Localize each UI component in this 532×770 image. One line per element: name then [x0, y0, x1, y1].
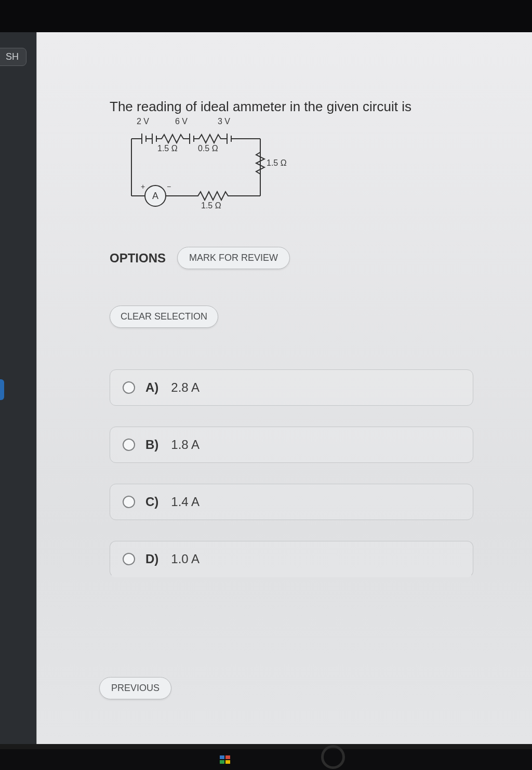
- radio-icon: [123, 496, 135, 508]
- window-top-strip: [0, 0, 532, 32]
- question-content: The reading of ideal ammeter in the give…: [110, 99, 473, 577]
- label-r-bottom: 1.5 Ω: [201, 201, 221, 210]
- magnifier-icon[interactable]: [321, 745, 345, 769]
- options-heading: OPTIONS: [110, 251, 166, 265]
- mark-for-review-button[interactable]: MARK FOR REVIEW: [177, 247, 290, 269]
- answer-list: A) 2.8 A B) 1.8 A C) 1.4 A D) 1.0 A: [110, 369, 473, 577]
- app-left-sidebar: [0, 32, 36, 744]
- taskbar-window-icon[interactable]: [218, 752, 233, 767]
- answer-key: A): [145, 380, 158, 395]
- answer-value: 2.8 A: [171, 380, 200, 395]
- ammeter-label: A: [152, 191, 158, 202]
- svg-rect-4: [225, 760, 230, 764]
- question-text: The reading of ideal ammeter in the give…: [110, 99, 473, 115]
- answer-value: 1.4 A: [171, 495, 200, 509]
- label-v3: 3 V: [218, 117, 230, 126]
- sidebar-accent-tab: [0, 379, 4, 400]
- answer-key: D): [145, 552, 158, 566]
- clear-selection-button[interactable]: CLEAR SELECTION: [110, 306, 218, 328]
- os-taskbar: [0, 749, 532, 770]
- previous-button[interactable]: PREVIOUS: [99, 677, 171, 699]
- label-r-top-right: 0.5 Ω: [198, 144, 218, 153]
- answer-option-b[interactable]: B) 1.8 A: [110, 427, 473, 463]
- svg-rect-2: [225, 755, 230, 759]
- answer-key: C): [145, 495, 158, 509]
- answer-value: 1.8 A: [171, 437, 200, 452]
- sidebar-chip-sh[interactable]: SH: [0, 48, 26, 66]
- answer-value: 1.0 A: [171, 552, 200, 566]
- answer-option-c[interactable]: C) 1.4 A: [110, 484, 473, 520]
- radio-icon: [123, 439, 135, 451]
- circuit-diagram: 2 V 6 V 3 V 1.5 Ω 0.5 Ω 1.5 Ω 1.5 Ω + − …: [125, 118, 291, 217]
- svg-rect-1: [220, 755, 224, 759]
- ammeter-minus: −: [167, 182, 171, 191]
- label-v1: 2 V: [137, 117, 149, 126]
- answer-option-d[interactable]: D) 1.0 A: [110, 541, 473, 577]
- ammeter-plus: +: [141, 182, 145, 191]
- svg-rect-3: [220, 760, 224, 764]
- label-r-right: 1.5 Ω: [267, 158, 287, 168]
- answer-option-a[interactable]: A) 2.8 A: [110, 369, 473, 406]
- label-r-top-left: 1.5 Ω: [157, 144, 178, 153]
- question-page: The reading of ideal ammeter in the give…: [36, 32, 532, 744]
- radio-icon: [123, 381, 135, 394]
- options-row: OPTIONS MARK FOR REVIEW: [110, 247, 473, 269]
- answer-key: B): [145, 437, 158, 452]
- label-v2: 6 V: [175, 117, 188, 126]
- radio-icon: [123, 553, 135, 565]
